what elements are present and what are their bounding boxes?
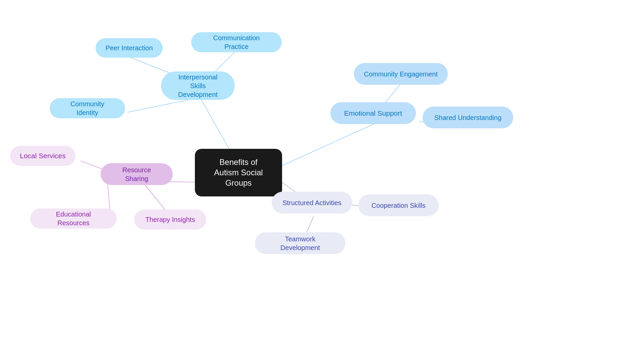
educational-resources-node: Educational Resources [30,208,117,229]
local-services-node: Local Services [10,146,75,166]
cooperation-skills-node: Cooperation Skills [358,194,439,216]
community-engagement-node: Community Engagement [354,63,448,85]
emotional-support-node: Emotional Support [330,102,416,124]
structured-activities-node: Structured Activities [272,192,352,214]
community-identity-node: Community Identity [50,98,125,118]
svg-line-4 [282,122,379,166]
teamwork-development-node: Teamwork Development [255,232,345,254]
center-node: Benefits of Autism Social Groups [195,149,282,196]
therapy-insights-node: Therapy Insights [134,209,206,230]
shared-understanding-node: Shared Understanding [423,107,513,128]
resource-sharing-node: Resource Sharing [101,163,173,185]
interpersonal-skills-node: Interpersonal SkillsDevelopment [161,71,235,100]
peer-interaction-node: Peer Interaction [96,38,163,58]
communication-practice-node: Communication Practice [191,32,282,52]
